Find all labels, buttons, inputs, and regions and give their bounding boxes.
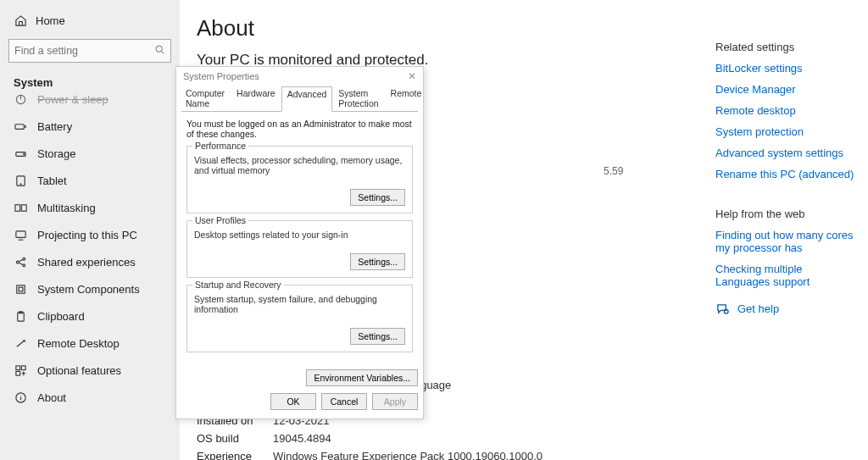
chat-help-icon	[715, 302, 729, 315]
shared-icon	[14, 255, 27, 269]
nav-item-projecting[interactable]: Projecting to this PC	[5, 221, 175, 248]
dialog-title-text: System Properties	[183, 71, 259, 81]
sidebar-home[interactable]: Home	[5, 7, 175, 34]
tab-advanced[interactable]: Advanced	[281, 86, 333, 112]
spec-row-osbuild: OS build 19045.4894	[197, 432, 690, 445]
startup-recovery-settings-button[interactable]: Settings...	[350, 328, 405, 345]
tab-remote[interactable]: Remote	[385, 86, 428, 111]
nav-list: Power & sleep Battery Storage Tablet Mul…	[5, 92, 175, 411]
multitasking-icon	[14, 201, 27, 214]
group-desc: Desktop settings related to your sign-in	[194, 230, 405, 240]
link-languages-help[interactable]: Checking multiple Languages support	[715, 263, 860, 288]
nav-label: Power & sleep	[37, 93, 108, 106]
search-box[interactable]	[8, 39, 171, 63]
nav-item-multitasking[interactable]: Multitasking	[5, 194, 175, 221]
power-icon	[14, 92, 27, 106]
svg-point-11	[22, 258, 25, 260]
group-title: User Profiles	[192, 215, 248, 225]
svg-rect-18	[21, 365, 25, 369]
nav-label: Clipboard	[37, 310, 85, 323]
nav-item-battery[interactable]: Battery	[5, 113, 175, 140]
admin-note: You must be logged on as an Administrato…	[186, 119, 413, 139]
nav-item-system-components[interactable]: System Components	[5, 275, 175, 302]
link-device-manager[interactable]: Device Manager	[715, 83, 860, 96]
help-from-web-heading: Help from the web	[715, 208, 860, 220]
link-system-protection[interactable]: System protection	[715, 125, 860, 138]
performance-settings-button[interactable]: Settings...	[350, 189, 405, 206]
nav-label: Storage	[37, 147, 76, 160]
nav-label: About	[37, 391, 66, 404]
svg-point-4	[23, 153, 24, 154]
projecting-icon	[14, 228, 27, 241]
tab-hardware[interactable]: Hardware	[231, 86, 281, 111]
link-advanced-system-settings[interactable]: Advanced system settings	[715, 147, 860, 159]
search-input[interactable]	[14, 45, 154, 57]
svg-rect-14	[19, 287, 23, 291]
link-cores-help[interactable]: Finding out how many cores my processor …	[715, 229, 860, 254]
nav-item-power-sleep[interactable]: Power & sleep	[5, 92, 175, 113]
related-settings-heading: Related settings	[715, 41, 860, 53]
system-properties-dialog: System Properties ✕ Computer Name Hardwa…	[175, 66, 424, 419]
tab-system-protection[interactable]: System Protection	[332, 86, 384, 111]
nav-item-remote-desktop[interactable]: Remote Desktop	[5, 330, 175, 357]
nav-label: Tablet	[37, 175, 67, 187]
environment-variables-button[interactable]: Environment Variables...	[306, 369, 418, 386]
user-profiles-settings-button[interactable]: Settings...	[350, 253, 405, 270]
group-startup-recovery: Startup and Recovery System startup, sys…	[186, 285, 413, 352]
link-bitlocker[interactable]: BitLocker settings	[715, 62, 860, 75]
about-icon	[14, 391, 27, 404]
components-icon	[14, 282, 27, 296]
spec-value: 19045.4894	[273, 432, 331, 445]
sidebar: Home System Power & sleep Battery Storag…	[0, 0, 180, 460]
svg-rect-2	[14, 124, 23, 129]
nav-item-about[interactable]: About	[5, 384, 175, 411]
close-icon[interactable]: ✕	[408, 70, 416, 82]
storage-icon	[14, 147, 27, 160]
nav-label: System Components	[37, 283, 140, 296]
svg-rect-9	[15, 230, 25, 237]
nav-label: Remote Desktop	[37, 337, 120, 350]
svg-point-12	[22, 263, 25, 266]
get-help-row[interactable]: Get help	[715, 302, 860, 315]
clipboard-icon	[14, 309, 27, 323]
nav-item-shared-experiences[interactable]: Shared experiences	[5, 248, 175, 275]
background-text-fragment: 5.59	[604, 165, 623, 177]
remote-desktop-icon	[14, 336, 27, 350]
group-title: Startup and Recovery	[192, 280, 284, 290]
battery-icon	[14, 119, 27, 133]
group-user-profiles: User Profiles Desktop settings related t…	[186, 220, 413, 278]
sidebar-home-label: Home	[36, 14, 65, 27]
svg-point-0	[156, 46, 162, 52]
nav-item-storage[interactable]: Storage	[5, 140, 175, 167]
apply-button[interactable]: Apply	[372, 393, 418, 410]
nav-item-optional-features[interactable]: Optional features	[5, 357, 175, 384]
link-remote-desktop[interactable]: Remote desktop	[715, 104, 860, 117]
nav-label: Battery	[37, 120, 72, 133]
spec-value: Windows Feature Experience Pack 1000.190…	[273, 450, 542, 460]
dialog-footer: OK Cancel Apply	[176, 386, 423, 418]
group-desc: Visual effects, processor scheduling, me…	[194, 155, 405, 175]
right-panel: Related settings BitLocker settings Devi…	[707, 0, 868, 460]
dialog-body: You must be logged on as an Administrato…	[181, 111, 418, 364]
svg-rect-17	[15, 365, 19, 369]
nav-item-clipboard[interactable]: Clipboard	[5, 302, 175, 330]
get-help-link[interactable]: Get help	[737, 302, 779, 315]
nav-label: Projecting to this PC	[37, 229, 137, 241]
tab-computer-name[interactable]: Computer Name	[180, 86, 231, 111]
dialog-titlebar[interactable]: System Properties ✕	[176, 67, 423, 86]
svg-point-6	[20, 183, 21, 184]
svg-rect-13	[16, 285, 24, 292]
group-performance: Performance Visual effects, processor sc…	[186, 146, 413, 213]
nav-label: Multitasking	[37, 202, 96, 214]
tablet-icon	[14, 174, 27, 187]
spec-label: Experience	[197, 450, 273, 460]
nav-item-tablet[interactable]: Tablet	[5, 167, 175, 194]
spec-label: OS build	[197, 432, 273, 445]
link-rename-pc[interactable]: Rename this PC (advanced)	[715, 168, 860, 180]
cancel-button[interactable]: Cancel	[321, 393, 367, 410]
home-icon	[14, 14, 27, 27]
group-title: Performance	[192, 141, 248, 151]
ok-button[interactable]: OK	[270, 393, 316, 410]
nav-label: Shared experiences	[37, 256, 136, 269]
nav-label: Optional features	[37, 364, 121, 377]
